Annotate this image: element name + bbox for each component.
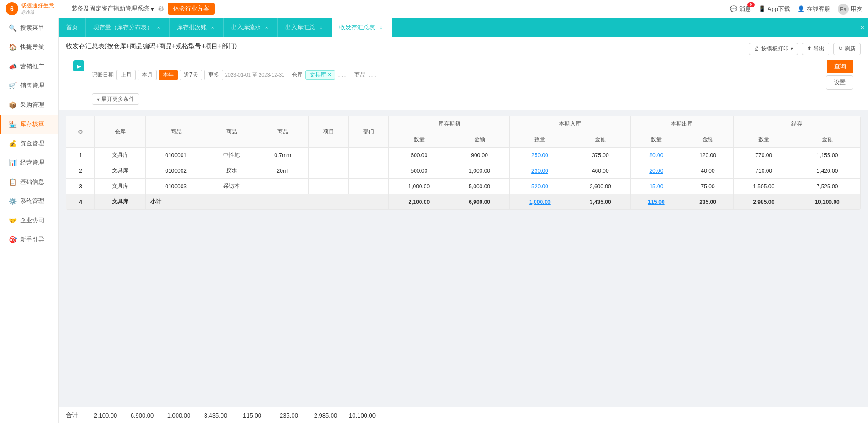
tab-inout-flow[interactable]: 出入库流水 ×	[224, 18, 278, 37]
th-in-amt: 金额	[570, 132, 630, 148]
expand-label: 展开更多条件	[101, 95, 134, 103]
filter-toggle-btn[interactable]: ▶	[73, 60, 84, 71]
table-group-header: ⚙ 仓库 商品 商品 商品 项目 部门 库存期初 本期入库 本期出库 结存	[66, 116, 861, 132]
query-btn[interactable]: 查询	[827, 60, 853, 73]
row3-in-qty[interactable]: 520.00	[510, 179, 570, 194]
total-open-qty: 2,100.00	[87, 412, 124, 419]
date-btn-this-month[interactable]: 本月	[138, 70, 157, 80]
th-goods-name: 商品	[206, 116, 257, 148]
date-btn-7days[interactable]: 近7天	[180, 70, 202, 80]
row2-in-qty[interactable]: 230.00	[510, 163, 570, 179]
sidebar-item-operation[interactable]: 📊 经营管理	[0, 153, 58, 172]
main-layout: 🔍 搜索菜单 🏠 快捷导航 📣 营销推广 🛒 销售管理 📦 采购管理 🏪 库存核…	[0, 18, 868, 423]
goods-filter-field: 商品 ...	[354, 71, 377, 79]
chevron-down-icon: ▾	[791, 45, 793, 52]
warehouse-tag-close-icon[interactable]: ×	[328, 71, 331, 78]
setting-btn[interactable]: 设置	[826, 75, 853, 90]
page-content: 收发存汇总表(按仓库+商品编码+商品+规格型号+项目+部门) 🖨 按模板打印 ▾…	[59, 37, 868, 423]
tab-bar-close-icon[interactable]: ×	[857, 24, 868, 31]
tab-recv-send-summary[interactable]: 收发存汇总表 ×	[332, 18, 392, 37]
row1-goods-code: 0100001	[146, 148, 206, 163]
date-btn-last-month[interactable]: 上月	[116, 70, 136, 80]
tab-recv-send-summary-label: 收发存汇总表	[339, 23, 375, 32]
warehouse-tag[interactable]: 文具库 ×	[305, 70, 335, 80]
goods-filter-dots[interactable]: ...	[368, 71, 377, 79]
sidebar-item-collab[interactable]: 🤝 企业协同	[0, 211, 58, 230]
service-btn[interactable]: 👤 在线客服	[797, 5, 830, 13]
row1-warehouse: 文具库	[95, 148, 146, 163]
total-values: 2,100.00 6,900.00 1,000.00 3,435.00 115.…	[87, 412, 381, 419]
experience-btn[interactable]: 体验行业方案	[168, 3, 215, 15]
sidebar-label-quick: 快捷导航	[20, 43, 44, 51]
row3-open-qty: 1,000.00	[389, 179, 449, 194]
avatar: Ea	[838, 4, 849, 15]
tab-close-recv-send-summary[interactable]: ×	[378, 24, 384, 31]
row1-in-qty[interactable]: 250.00	[510, 148, 570, 163]
row3-project	[309, 179, 349, 194]
system-name-dropdown[interactable]: 装备及固定资产辅助管理系统 ▾	[68, 5, 154, 13]
sidebar-label-marketing: 营销推广	[20, 62, 44, 71]
tab-close-batch-account[interactable]: ×	[210, 24, 216, 31]
subtotal-in-qty[interactable]: 1,000.00	[510, 194, 570, 210]
tab-home[interactable]: 首页	[59, 18, 86, 37]
row3-goods-name: 采访本	[206, 179, 257, 194]
row3-out-qty[interactable]: 15.00	[630, 179, 682, 194]
refresh-icon: ↻	[838, 45, 843, 52]
refresh-btn[interactable]: ↻ 刷新	[833, 43, 861, 55]
row3-close-qty: 1,505.00	[734, 179, 794, 194]
print-icon: 🖨	[754, 45, 759, 52]
sidebar-item-purchase[interactable]: 📦 采购管理	[0, 95, 58, 115]
settings-icon[interactable]: ⚙	[158, 5, 164, 13]
th-settings[interactable]: ⚙	[66, 116, 95, 148]
col-settings-icon[interactable]: ⚙	[78, 129, 83, 135]
sidebar-item-search[interactable]: 🔍 搜索菜单	[0, 18, 58, 38]
subtotal-out-qty[interactable]: 115.00	[630, 194, 682, 210]
sidebar-item-inventory[interactable]: 🏪 库存核算	[0, 115, 58, 134]
tab-inventory-dist[interactable]: 现存量（库存分布表） ×	[86, 18, 170, 37]
row2-num: 2	[66, 163, 95, 179]
subtotal-out-amt: 235.00	[682, 194, 733, 210]
th-opening: 库存期初	[389, 116, 510, 132]
sidebar-item-quick[interactable]: 🏠 快捷导航	[0, 38, 58, 57]
tab-close-inout-summary[interactable]: ×	[318, 24, 324, 31]
tab-inout-summary[interactable]: 出入库汇总 ×	[278, 18, 332, 37]
print-btn[interactable]: 🖨 按模板打印 ▾	[749, 43, 798, 55]
tab-batch-account[interactable]: 库存批次账 ×	[170, 18, 224, 37]
logo-text: 畅捷通好生意	[21, 2, 54, 9]
expand-conditions-btn[interactable]: ▾ 展开更多条件	[92, 93, 139, 105]
th-project: 项目	[309, 116, 349, 148]
message-icon: 💬	[730, 5, 737, 12]
th-out-amt: 金额	[682, 132, 733, 148]
warehouse-filter-dots[interactable]: ...	[338, 71, 347, 79]
tab-inout-flow-label: 出入库流水	[231, 23, 261, 32]
sidebar-item-marketing[interactable]: 📣 营销推广	[0, 57, 58, 76]
filter-row-1: 记账日期 上月 本月 本年 近7天 更多 2023-01-01 至 2023-1…	[92, 60, 853, 90]
tab-close-inventory-dist[interactable]: ×	[155, 24, 162, 31]
date-btn-more[interactable]: 更多	[204, 70, 223, 80]
subtotal-close-qty: 2,985.00	[734, 194, 794, 210]
total-label: 合计	[66, 411, 87, 419]
app-icon: 📱	[758, 5, 766, 12]
sidebar-item-guide[interactable]: 🎯 新手引导	[0, 230, 58, 249]
marketing-icon: 📣	[9, 63, 17, 70]
filter-row-2: ▾ 展开更多条件	[92, 93, 853, 105]
sidebar-item-system[interactable]: ⚙️ 系统管理	[0, 192, 58, 211]
tab-close-inout-flow[interactable]: ×	[264, 24, 270, 31]
row1-out-qty[interactable]: 80.00	[630, 148, 682, 163]
date-btn-this-year[interactable]: 本年	[159, 70, 178, 80]
row2-open-qty: 500.00	[389, 163, 449, 179]
app-download-btn[interactable]: 📱 App下载	[758, 5, 790, 13]
message-btn[interactable]: 💬 消息 6	[730, 5, 751, 13]
sidebar-item-basic[interactable]: 📋 基础信息	[0, 172, 58, 192]
row1-num: 1	[66, 148, 95, 163]
user-menu[interactable]: Ea 用友	[838, 4, 862, 15]
row2-out-qty[interactable]: 20.00	[630, 163, 682, 179]
tab-batch-account-label: 库存批次账	[177, 23, 207, 32]
logo-tag: 标准版	[21, 9, 54, 16]
sidebar-item-finance[interactable]: 💰 资金管理	[0, 134, 58, 153]
row3-goods-spec	[257, 179, 308, 194]
export-btn[interactable]: ⬆ 导出	[802, 43, 829, 55]
sidebar-item-sales[interactable]: 🛒 销售管理	[0, 76, 58, 95]
table-row: 3 文具库 0100003 采访本 1,000.00 5,000.00 520.…	[66, 179, 861, 194]
th-dept: 部门	[348, 116, 389, 148]
